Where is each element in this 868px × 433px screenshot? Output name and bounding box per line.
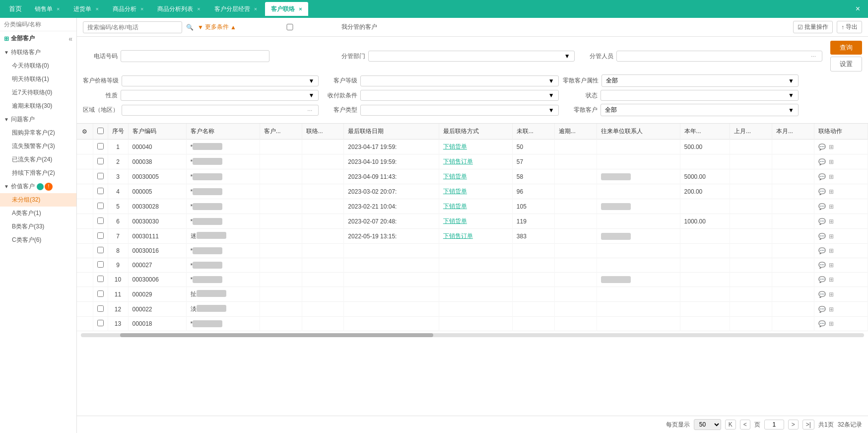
tab-customer-tier[interactable]: 客户分层经营 × [208, 2, 263, 16]
chat-icon[interactable]: 💬 [818, 173, 826, 180]
area-more-icon[interactable]: ··· [305, 107, 314, 114]
col-last-date[interactable]: 最后联络日期 [344, 124, 439, 140]
grid-action-icon[interactable]: ⊞ [829, 158, 834, 165]
col-last-month[interactable]: 上月... [730, 124, 772, 140]
home-tab[interactable]: 首页 [4, 4, 27, 13]
customer-type-select[interactable]: ▼ [360, 105, 558, 116]
search-icon[interactable]: 🔍 [186, 24, 194, 31]
row-last-contact-type[interactable] [439, 302, 512, 317]
row-checkbox[interactable] [97, 290, 104, 297]
tab-customer-contact[interactable]: 客户联络 × [265, 2, 308, 16]
col-this-month[interactable]: 本月... [772, 124, 814, 140]
row-last-contact-type[interactable] [439, 258, 512, 273]
grid-action-icon[interactable]: ⊞ [829, 247, 834, 254]
tab-sales[interactable]: 销售单 × [29, 2, 66, 16]
contact-type-link[interactable]: 下销货单 [443, 173, 467, 180]
col-name[interactable]: 客户名称 [186, 124, 260, 140]
problem-customers-group[interactable]: ▼ 问题客户 [0, 113, 76, 126]
close-tab-customer-contact[interactable]: × [299, 6, 302, 12]
sidebar-item-tomorrow[interactable]: 明天待联络(1) [0, 72, 76, 86]
grid-action-icon[interactable]: ⊞ [829, 276, 834, 283]
query-button[interactable]: 查询 [830, 41, 862, 55]
customer-level-select[interactable]: ▼ [360, 75, 558, 86]
row-checkbox[interactable] [97, 158, 104, 164]
row-checkbox[interactable] [97, 276, 104, 282]
row-last-contact-type[interactable] [439, 244, 512, 258]
chat-icon[interactable]: 💬 [818, 247, 826, 254]
grid-action-icon[interactable]: ⊞ [829, 203, 834, 210]
chat-icon[interactable]: 💬 [818, 276, 826, 283]
my-customers-checkbox[interactable] [240, 24, 339, 30]
col-gear[interactable]: ⚙ [77, 124, 93, 140]
close-tab-purchase[interactable]: × [95, 6, 98, 12]
contact-type-link[interactable]: 下销售订单 [443, 232, 473, 239]
grid-action-icon[interactable]: ⊞ [829, 218, 834, 225]
col-last-type[interactable]: 最后联络方式 [439, 124, 512, 140]
col-checkbox[interactable] [93, 124, 108, 140]
phone-input[interactable] [121, 50, 269, 62]
export-btn[interactable]: ↑ 导出 [837, 21, 862, 33]
tab-product-analysis[interactable]: 商品分析 × [107, 2, 149, 16]
last-page-btn[interactable]: >| [802, 420, 814, 430]
grid-action-icon[interactable]: ⊞ [829, 306, 834, 313]
batch-operation-btn[interactable]: ☑ 批量操作 [793, 21, 833, 33]
more-conditions-btn[interactable]: ▼ 更多条件 ▲ [198, 23, 236, 31]
contact-type-link[interactable]: 下销售订单 [443, 158, 473, 165]
retail-customer-select[interactable]: 全部 ▼ [601, 104, 799, 116]
chat-icon[interactable]: 💬 [818, 320, 826, 327]
grid-action-icon[interactable]: ⊞ [829, 291, 834, 298]
col-contact[interactable]: 联络... [302, 124, 344, 140]
row-last-contact-type[interactable]: 下销货单 [439, 184, 512, 199]
row-last-contact-type[interactable] [439, 287, 512, 302]
grid-action-icon[interactable]: ⊞ [829, 144, 834, 150]
nature-select[interactable]: ▼ [121, 90, 319, 101]
row-checkbox[interactable] [97, 261, 104, 268]
close-tab-product-analysis-list[interactable]: × [197, 6, 200, 12]
grid-action-icon[interactable]: ⊞ [829, 320, 834, 327]
grid-action-icon[interactable]: ⊞ [829, 262, 834, 269]
sidebar-item-c-class[interactable]: C类客户(6) [0, 233, 76, 247]
col-this-year[interactable]: 本年... [680, 124, 730, 140]
sidebar-item-declining[interactable]: 持续下滑客户(2) [0, 166, 76, 180]
row-checkbox[interactable] [97, 305, 104, 312]
chat-icon[interactable]: 💬 [818, 203, 826, 210]
row-last-contact-type[interactable]: 下销售订单 [439, 229, 512, 244]
prev-page-btn[interactable]: < [740, 420, 750, 430]
row-last-contact-type[interactable] [439, 317, 512, 331]
contact-type-link[interactable]: 下销货单 [443, 217, 467, 224]
row-last-contact-type[interactable] [439, 273, 512, 287]
close-tab-customer-tier[interactable]: × [254, 6, 257, 12]
page-size-select[interactable]: 50 20 100 [694, 419, 721, 430]
contact-type-link[interactable]: 下销货单 [443, 188, 467, 195]
col-partner-contact[interactable]: 往来单位联系人 [597, 124, 680, 140]
col-overdue[interactable]: 逾期... [554, 124, 597, 140]
row-last-contact-type[interactable]: 下销售订单 [439, 154, 512, 169]
sidebar-item-ungrouped[interactable]: 未分组(32) [0, 193, 76, 207]
status-select[interactable]: ▼ [601, 90, 799, 101]
col-type[interactable]: 客户... [260, 124, 302, 140]
pending-contact-group[interactable]: ▼ 待联络客户 [0, 46, 76, 59]
more-icon[interactable]: ··· [809, 53, 818, 60]
staff-select[interactable]: ··· [616, 51, 822, 62]
department-select[interactable]: ▼ [368, 51, 574, 62]
payment-select[interactable]: ▼ [360, 90, 558, 101]
chat-icon[interactable]: 💬 [818, 188, 826, 195]
reset-button[interactable]: 设置 [830, 57, 862, 72]
refresh-icon[interactable] [37, 183, 44, 190]
grid-action-icon[interactable]: ⊞ [829, 173, 834, 180]
row-last-contact-type[interactable]: 下销货单 [439, 199, 512, 214]
row-checkbox[interactable] [97, 232, 104, 239]
first-page-btn[interactable]: K [725, 420, 736, 430]
sidebar-item-b-class[interactable]: B类客户(33) [0, 220, 76, 233]
all-customers-header[interactable]: ⊞ 全部客户 « [0, 31, 76, 46]
page-number-input[interactable] [764, 420, 784, 430]
horizontal-scrollbar[interactable] [81, 333, 864, 337]
sidebar-item-churn-warning[interactable]: 流失预警客户(3) [0, 140, 76, 153]
grid-action-icon[interactable]: ⊞ [829, 233, 834, 240]
row-last-contact-type[interactable]: 下销货单 [439, 140, 512, 154]
sidebar-item-a-class[interactable]: A类客户(1) [0, 207, 76, 220]
row-checkbox[interactable] [97, 173, 104, 179]
row-checkbox[interactable] [97, 247, 104, 253]
retail-attr-select[interactable]: 全部 ▼ [601, 74, 799, 87]
tab-purchase[interactable]: 进货单 × [67, 2, 104, 16]
